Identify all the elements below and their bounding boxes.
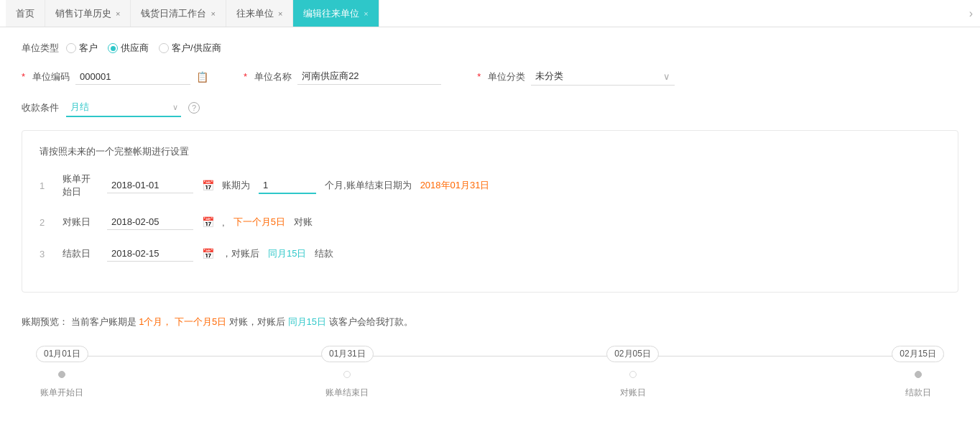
unit-fields-row: * 单位编码 📋 * 单位名称 * 单位分类 未分类 ∨ <box>22 68 958 86</box>
tab-bar: 首页 销售订单历史 × 钱货日清工作台 × 往来单位 × 编辑往来单位 × › <box>0 0 980 27</box>
timeline-label-1: 账单结束日 <box>325 387 369 399</box>
code-label: 单位编码 <box>32 70 70 83</box>
preview-text: 账期预览： 当前客户账期是 1个月， 下一个月5日 对账，对账后 同月15日 该… <box>22 316 958 328</box>
period-start-calendar-icon[interactable]: 📅 <box>202 180 213 191</box>
period-hint-2a: , <box>222 217 225 228</box>
radio-supplier[interactable]: 供应商 <box>108 42 149 55</box>
timeline-badge-1: 01月31日 <box>321 346 374 362</box>
period-reconcile-date-input[interactable] <box>107 214 193 230</box>
period-payment-calendar-icon[interactable]: 📅 <box>202 248 213 259</box>
tab-home-label: 首页 <box>16 7 34 20</box>
radio-customer-label: 客户 <box>79 42 98 55</box>
timeline-label-0: 账单开始日 <box>40 387 83 399</box>
unit-type-label: 单位类型 <box>22 42 59 55</box>
radio-customer[interactable]: 客户 <box>66 42 98 55</box>
tab-cash-work-label: 钱货日清工作台 <box>141 7 206 20</box>
tab-partner-unit[interactable]: 往来单位 × <box>226 0 293 27</box>
tab-partner-unit-close[interactable]: × <box>278 9 282 18</box>
timeline-dot-2 <box>629 371 637 378</box>
payment-arrow-icon: ∨ <box>172 103 181 112</box>
timeline-badge-3: 02月15日 <box>892 346 944 362</box>
timeline-badge-0: 01月01日 <box>36 346 88 362</box>
period-row-3: 3 结款日 📅 ，对账后 同月15日 结款 <box>40 246 940 262</box>
help-icon[interactable]: ? <box>188 102 200 114</box>
name-label: 单位名称 <box>254 70 292 83</box>
tab-cash-work[interactable]: 钱货日清工作台 × <box>131 0 226 27</box>
period-reconcile-highlight: 下一个月5日 <box>234 216 285 229</box>
radio-both[interactable]: 客户/供应商 <box>159 42 221 55</box>
payment-label: 收款条件 <box>22 101 59 114</box>
timeline-dot-0 <box>58 371 65 378</box>
payment-row: 收款条件 月结 ∨ ? <box>22 98 958 117</box>
tab-cash-work-close[interactable]: × <box>211 9 215 18</box>
period-hint-3a: ，对账后 <box>222 247 259 260</box>
code-field-group: * 单位编码 📋 <box>22 69 208 85</box>
period-payment-highlight: 同月15日 <box>268 247 306 260</box>
category-label: 单位分类 <box>488 70 525 83</box>
radio-customer-circle <box>66 43 76 53</box>
period-hint-3b: 结款 <box>315 247 333 260</box>
period-row-2: 2 对账日 📅 , 下一个月5日 对账 <box>40 214 940 230</box>
preview-section: 账期预览： 当前客户账期是 1个月， 下一个月5日 对账，对账后 同月15日 该… <box>22 304 958 399</box>
main-content: 单位类型 客户 供应商 客户/供应商 * 单位编码 📋 * 单位名称 <box>0 27 980 437</box>
preview-text-middle1: 下一个月5日 <box>175 316 226 327</box>
period-num-1: 1 <box>40 180 54 191</box>
tab-edit-partner[interactable]: 编辑往来单位 × <box>293 0 379 27</box>
period-reconcile-calendar-icon[interactable]: 📅 <box>202 216 213 228</box>
period-suffix-after-1: 个月,账单结束日期为 <box>325 179 412 192</box>
period-months-input[interactable] <box>259 178 316 194</box>
period-end-date-display: 2018年01月31日 <box>420 179 490 192</box>
period-num-3: 3 <box>40 249 54 259</box>
timeline-point-2: 02月05日 对账日 <box>606 346 659 399</box>
code-required-star: * <box>22 71 25 82</box>
name-input[interactable] <box>297 69 441 85</box>
preview-text-middle2: 对账，对账后 <box>229 316 285 327</box>
timeline-label-2: 对账日 <box>620 387 646 399</box>
preview-label: 账期预览： <box>22 316 68 327</box>
timeline-badge-2: 02月05日 <box>606 346 659 362</box>
preview-highlight1: 1个月， <box>139 316 172 327</box>
period-label-2: 对账日 <box>63 216 98 229</box>
period-start-date-input[interactable] <box>107 178 193 193</box>
timeline-label-3: 结款日 <box>905 387 931 399</box>
unit-type-row: 单位类型 客户 供应商 客户/供应商 <box>22 42 958 55</box>
period-label-3: 结款日 <box>63 247 98 260</box>
preview-highlight2: 同月15日 <box>288 316 326 327</box>
tab-edit-partner-label: 编辑往来单位 <box>303 7 359 20</box>
timeline: 01月01日 账单开始日 01月31日 账单结束日 02月05日 对账日 02月… <box>22 346 958 399</box>
preview-text-after: 该客户会给我打款。 <box>329 316 413 327</box>
tab-edit-partner-close[interactable]: × <box>364 9 368 18</box>
tab-sales-history-label: 销售订单历史 <box>55 7 111 20</box>
tab-sales-history[interactable]: 销售订单历史 × <box>45 0 131 27</box>
radio-supplier-label: 供应商 <box>121 42 149 55</box>
radio-supplier-circle <box>108 43 118 53</box>
tab-partner-unit-label: 往来单位 <box>236 7 274 20</box>
timeline-point-1: 01月31日 账单结束日 <box>321 346 374 399</box>
code-input[interactable] <box>75 69 190 85</box>
preview-text-before: 当前客户账期是 <box>71 316 137 327</box>
period-num-2: 2 <box>40 217 54 228</box>
timeline-point-3: 02月15日 结款日 <box>892 346 944 399</box>
category-arrow-icon: ∨ <box>663 71 670 82</box>
category-value: 未分类 <box>535 70 663 83</box>
timeline-point-0: 01月01日 账单开始日 <box>36 346 88 399</box>
tab-sales-history-close[interactable]: × <box>116 9 120 18</box>
period-card-title: 请按照未来的一个完整帐期进行设置 <box>40 145 940 158</box>
period-payment-date-input[interactable] <box>107 246 193 262</box>
tab-home[interactable]: 首页 <box>6 0 45 27</box>
timeline-points: 01月01日 账单开始日 01月31日 账单结束日 02月05日 对账日 02月… <box>36 346 944 399</box>
tab-arrow-right[interactable]: › <box>962 0 980 27</box>
timeline-dot-1 <box>343 371 351 378</box>
payment-dropdown[interactable]: 月结 ∨ <box>66 98 181 117</box>
period-card: 请按照未来的一个完整帐期进行设置 1 账单开始日 📅 账期为 个月,账单结束日期… <box>22 130 958 293</box>
code-calendar-icon[interactable]: 📋 <box>196 71 208 83</box>
period-row-1: 1 账单开始日 📅 账期为 个月,账单结束日期为 2018年01月31日 <box>40 172 940 198</box>
category-field-group: * 单位分类 未分类 ∨ <box>477 68 675 86</box>
radio-both-circle <box>159 43 169 53</box>
radio-both-label: 客户/供应商 <box>172 42 221 55</box>
payment-value: 月结 <box>66 98 172 116</box>
period-hint-2b: 对账 <box>294 216 313 229</box>
category-dropdown[interactable]: 未分类 ∨ <box>531 68 675 86</box>
name-field-group: * 单位名称 <box>244 69 441 85</box>
radio-group-unit-type: 客户 供应商 客户/供应商 <box>66 42 221 55</box>
